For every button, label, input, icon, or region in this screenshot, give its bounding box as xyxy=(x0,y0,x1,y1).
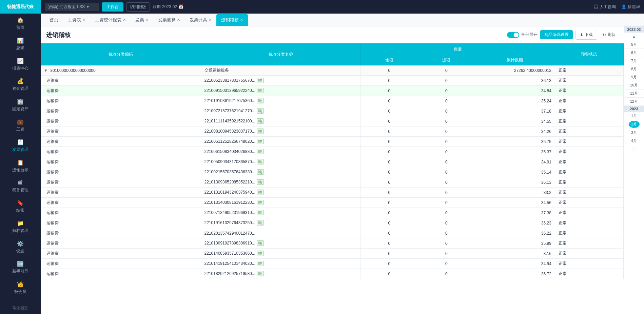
user-menu[interactable]: 👤 徐湿华 xyxy=(621,4,640,10)
calendar-month-3[interactable]: 3月 xyxy=(624,129,644,137)
company-selector[interactable]: (勿动) 江西报宝-LSS ▾ xyxy=(45,3,99,11)
expand-toggle[interactable]: 全部展开 xyxy=(507,32,538,38)
table-row[interactable]: 运输费 221013093652085352210...吨 0 0 36.13 … xyxy=(41,177,624,188)
table-row[interactable]: 运输费 221005233817801765670...吨 0 0 36.13 … xyxy=(41,76,624,86)
tab-invoice-issue-close[interactable]: ✕ xyxy=(209,18,212,22)
tab-invoice-close[interactable]: ✕ xyxy=(145,18,149,22)
cumulative-cell: 36.22 xyxy=(475,228,555,238)
support-link[interactable]: 🎧 人工咨询 xyxy=(593,4,616,10)
table-row[interactable]: 运输费 221019161029764373250...吨 0 0 36.23 … xyxy=(41,218,624,228)
tax-name-cell: 221019161029764373250...吨 xyxy=(201,218,361,228)
tab-reconcile[interactable]: 进销稽核 ✕ xyxy=(216,14,248,26)
table-row[interactable]: 运输费 221009150313965922240...吨 0 0 34.84 … xyxy=(41,86,624,96)
sidebar-item-ledger[interactable]: 📊 总账 xyxy=(0,34,41,54)
status-cell: 正常 xyxy=(555,249,623,259)
tab-home[interactable]: 首页 xyxy=(45,14,63,26)
download-button[interactable]: ⬇ 下载 xyxy=(575,30,597,40)
table-row[interactable]: 运输费 221018202126925719580...吨 0 0 36.72 … xyxy=(41,269,624,279)
sidebar-item-payroll[interactable]: 💼 工资 xyxy=(0,115,41,136)
table-row[interactable]: 运输费 221007215737621941270...吨 0 0 37.18 … xyxy=(41,106,624,116)
table-row[interactable]: 运输费 221014191254101434020...吨 0 0 34.94 … xyxy=(41,259,624,269)
tab-payroll-stats[interactable]: 工资统计报表 ✕ xyxy=(90,14,131,26)
data-table: 税收分类编码 税收分类名称 数量 预警状态 销项 进项 累计数额 xyxy=(41,43,624,279)
table-row[interactable]: 运输费 221005090343170865870...吨 0 0 34.91 … xyxy=(41,157,624,167)
table-row[interactable]: 运输费 221006150834034026880...吨 0 0 35.37 … xyxy=(41,147,624,157)
table-row[interactable]: 运输费 221013140308161912230...吨 0 0 34.56 … xyxy=(41,198,624,208)
sidebar-item-settle[interactable]: 🔖 结账 xyxy=(0,196,41,217)
status-cell: 正常 xyxy=(555,106,623,116)
sidebar-item-settings[interactable]: ⚙️ 设置 xyxy=(0,237,41,257)
tab-invoice[interactable]: 发票 ✕ xyxy=(131,14,153,26)
table-row[interactable]: 运输费 221010091927898386910...吨 0 0 35.99 … xyxy=(41,238,624,249)
calendar-month-12[interactable]: 12月 xyxy=(624,98,644,106)
xiaoxiang-cell: 0 xyxy=(361,228,418,238)
table-row[interactable]: 运输费 221019103619217075360...吨 0 0 35.24 … xyxy=(41,96,624,106)
calendar-up-nav[interactable]: ▲ xyxy=(624,33,644,41)
sidebar-item-archive[interactable]: 📁 归档管理 xyxy=(0,217,41,237)
tax-name-cell: 221018202126925719580...吨 xyxy=(201,269,361,279)
unpin-button[interactable]: 取消固定 xyxy=(0,302,41,314)
settings-button[interactable]: 商品编码设置 xyxy=(540,30,573,39)
tab-payroll-close[interactable]: ✕ xyxy=(82,18,85,22)
toggle-track[interactable] xyxy=(507,32,519,38)
cumulative-cell: 33.2 xyxy=(475,188,555,198)
sidebar-item-finance[interactable]: 💰 资金管理 xyxy=(0,75,41,95)
tab-invoice-calc-close[interactable]: ✕ xyxy=(177,18,180,22)
table-row[interactable]: 运输费 221011111435921522100...吨 0 0 34.55 … xyxy=(41,116,624,126)
calendar-month-5[interactable]: 5月 xyxy=(624,41,644,49)
calendar-month-11[interactable]: 11月 xyxy=(624,90,644,98)
refresh-button[interactable]: ↻ 刷新 xyxy=(600,30,618,39)
sidebar-item-guide[interactable]: 🆕 新手引导 xyxy=(0,257,41,278)
tab-invoice-issue[interactable]: 发票开具 ✕ xyxy=(185,14,216,26)
data-table-wrapper[interactable]: 税收分类编码 税收分类名称 数量 预警状态 销项 进项 累计数额 xyxy=(41,43,624,314)
sidebar-item-home[interactable]: 🏠 首页 xyxy=(0,14,41,34)
xiaoxiang-cell: 0 xyxy=(361,167,418,177)
sidebar-item-assets[interactable]: 🏢 固定资产 xyxy=(0,95,41,115)
sidebar-item-label: 税务管理 xyxy=(12,187,28,193)
calendar-month-4[interactable]: 4月 xyxy=(624,137,644,145)
table-row[interactable]: 运输费 221002155703576436330...吨 0 0 35.14 … xyxy=(41,167,624,177)
tax-name-cell: 221013093652085352210...吨 xyxy=(201,177,361,188)
cumulative-cell: 37.18 xyxy=(475,106,555,116)
calendar-month-9[interactable]: 9月 xyxy=(624,73,644,81)
calendar-month-2-active[interactable]: 2月 xyxy=(629,121,640,128)
tab-payroll-stats-close[interactable]: ✕ xyxy=(123,18,126,22)
sidebar-item-invoice[interactable]: 🧾 发票管理 xyxy=(0,136,41,156)
workbench-button[interactable]: 工作台 xyxy=(102,2,123,12)
tab-reconcile-close[interactable]: ✕ xyxy=(240,18,243,22)
sidebar-item-vip[interactable]: 👑 畅会员 xyxy=(0,278,41,298)
page-title: 进销稽核 xyxy=(46,31,71,39)
sidebar-item-label: 设置 xyxy=(16,248,24,254)
table-row[interactable]: 运输费 221005112528266748020...吨 0 0 35.75 … xyxy=(41,137,624,147)
calendar-month-8[interactable]: 8月 xyxy=(624,65,644,73)
table-row[interactable]: 运输费 221007134905231969310...吨 0 0 37.38 … xyxy=(41,208,624,218)
switch-button[interactable]: 切到旧版 xyxy=(126,2,150,12)
tax-name-cell: 交通运输服务 xyxy=(201,65,361,76)
status-cell: 正常 xyxy=(555,198,623,208)
tax-icon: 🏛 xyxy=(18,180,23,186)
xiaoxiang-cell: 0 xyxy=(361,177,418,188)
table-row[interactable]: 运输费 221013101943240375940...吨 0 0 33.2 正… xyxy=(41,188,624,198)
tax-name-cell: 221011111435921522100...吨 xyxy=(201,116,361,126)
table-row[interactable]: 运输费 221020135742940012470... 0 0 36.22 正… xyxy=(41,228,624,238)
calendar-month-7[interactable]: 7月 xyxy=(624,57,644,65)
calendar-month-6[interactable]: 6月 xyxy=(624,49,644,57)
status-cell: 正常 xyxy=(555,238,623,249)
table-row[interactable]: ▼ 30100000000000000000 交通运输服务 0 0 27262.… xyxy=(41,65,624,76)
page-content: 进销稽核 全部展开 商品编码设置 ⬇ 下载 ↻ 刷 xyxy=(41,26,644,314)
table-row[interactable]: 运输费 221008100945323037170...吨 0 0 34.26 … xyxy=(41,126,624,137)
sidebar-item-sales-ledger[interactable]: 📋 进销台账 xyxy=(0,156,41,176)
tab-invoice-calc[interactable]: 发票测算 ✕ xyxy=(153,14,185,26)
chevron-down-icon: ▾ xyxy=(87,4,89,9)
jinxiang-cell: 0 xyxy=(418,137,475,147)
tax-name-cell: 221005090343170865870...吨 xyxy=(201,157,361,167)
finance-icon: 💰 xyxy=(17,78,24,84)
calendar-month-1[interactable]: 1月 xyxy=(624,112,644,120)
table-row[interactable]: 运输费 221014085935710353660...吨 0 0 37.6 正… xyxy=(41,249,624,259)
cumulative-cell: 34.94 xyxy=(475,259,555,269)
tab-payroll[interactable]: 工资表 ✕ xyxy=(63,14,90,26)
sidebar-item-tax[interactable]: 🏛 税务管理 xyxy=(0,176,41,196)
status-cell: 正常 xyxy=(555,157,623,167)
calendar-month-10[interactable]: 10月 xyxy=(624,81,644,90)
sidebar-item-reports[interactable]: 📈 报表中心 xyxy=(0,54,41,75)
